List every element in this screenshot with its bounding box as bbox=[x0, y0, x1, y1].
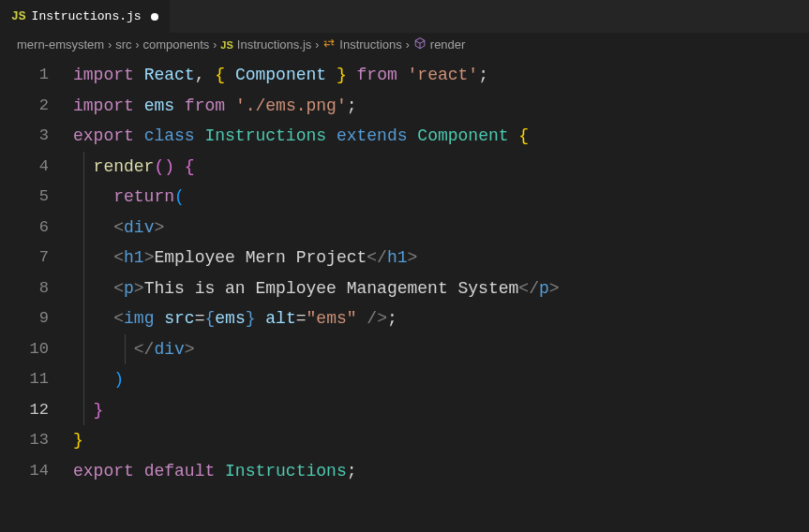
tab-bar: JS Instructions.js bbox=[0, 0, 809, 33]
chevron-right-icon: › bbox=[213, 38, 217, 52]
line-number: 4 bbox=[0, 152, 49, 183]
tab-filename: Instructions.js bbox=[32, 9, 142, 23]
line-number: 10 bbox=[0, 334, 49, 365]
line-number: 3 bbox=[0, 121, 49, 152]
line-number: 5 bbox=[0, 182, 49, 213]
code-line[interactable]: import ems from './ems.png'; bbox=[73, 91, 809, 122]
code-line[interactable]: } bbox=[73, 425, 809, 456]
line-number: 6 bbox=[0, 213, 49, 244]
line-number: 1 bbox=[0, 60, 49, 91]
line-number: 7 bbox=[0, 243, 49, 273]
code-line[interactable]: ) bbox=[73, 364, 809, 395]
breadcrumb-part[interactable]: components bbox=[143, 37, 210, 52]
method-icon bbox=[413, 37, 427, 52]
breadcrumb-part[interactable]: Instructions.js bbox=[237, 37, 311, 52]
code-line[interactable]: <img src={ems} alt="ems" />; bbox=[73, 303, 809, 334]
chevron-right-icon: › bbox=[108, 38, 112, 52]
code-line[interactable]: } bbox=[73, 395, 809, 426]
breadcrumb-part[interactable]: render bbox=[430, 37, 466, 52]
breadcrumb-part[interactable]: Instructions bbox=[339, 37, 401, 52]
js-file-icon: JS bbox=[11, 9, 26, 23]
js-file-icon: JS bbox=[220, 39, 232, 51]
line-number: 9 bbox=[0, 303, 49, 334]
chevron-right-icon: › bbox=[406, 38, 410, 52]
line-number: 12 bbox=[0, 395, 49, 426]
code-line[interactable]: </div> bbox=[73, 334, 809, 365]
breadcrumb-part[interactable]: src bbox=[115, 37, 131, 52]
code-area[interactable]: import React, { Component } from 'react'… bbox=[73, 56, 809, 486]
code-editor[interactable]: 1 2 3 4 5 6 7 8 9 10 11 12 13 14 import … bbox=[0, 56, 809, 486]
line-number: 11 bbox=[0, 364, 49, 395]
code-line[interactable]: return( bbox=[73, 182, 809, 213]
file-tab[interactable]: JS Instructions.js bbox=[0, 0, 171, 33]
line-number: 2 bbox=[0, 91, 49, 122]
code-line[interactable]: render() { bbox=[73, 152, 809, 183]
line-number-gutter: 1 2 3 4 5 6 7 8 9 10 11 12 13 14 bbox=[0, 56, 73, 486]
breadcrumb-part[interactable]: mern-emsystem bbox=[17, 37, 104, 52]
chevron-right-icon: › bbox=[315, 38, 319, 52]
line-number: 8 bbox=[0, 273, 49, 304]
code-line[interactable]: <p>This is an Employee Management System… bbox=[73, 273, 809, 304]
line-number: 13 bbox=[0, 425, 49, 456]
class-icon bbox=[322, 37, 336, 52]
unsaved-indicator-icon bbox=[151, 13, 158, 21]
chevron-right-icon: › bbox=[136, 38, 140, 52]
code-line[interactable]: <h1>Employee Mern Project</h1> bbox=[73, 243, 809, 273]
line-number: 14 bbox=[0, 456, 49, 487]
code-line[interactable]: export class Instructions extends Compon… bbox=[73, 121, 809, 152]
code-line[interactable]: import React, { Component } from 'react'… bbox=[73, 60, 809, 91]
code-line[interactable]: <div> bbox=[73, 213, 809, 244]
breadcrumb[interactable]: mern-emsystem › src › components › JS In… bbox=[0, 33, 809, 56]
code-line[interactable]: export default Instructions; bbox=[73, 456, 809, 487]
